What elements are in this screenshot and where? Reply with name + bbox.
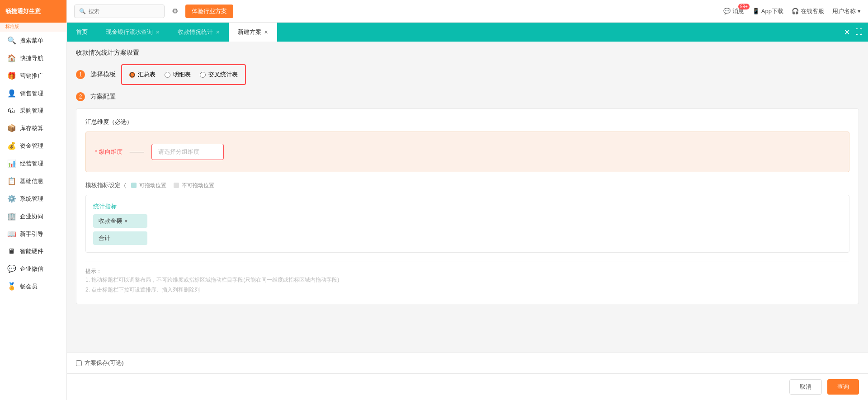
tab-close-icon[interactable]: ✕ — [156, 29, 160, 35]
service-link[interactable]: 🎧 在线客服 — [792, 7, 824, 15]
sidebar-item-label: 基础信息 — [20, 177, 43, 185]
radio-cross-label: 交叉统计表 — [208, 71, 238, 79]
sidebar-item-search[interactable]: 🔍 搜索菜单 — [0, 32, 66, 49]
bottom-section: 方案保存(可选) — [67, 352, 868, 373]
step2-badge: 2 — [76, 92, 85, 101]
download-label: App下载 — [761, 7, 783, 15]
industry-btn[interactable]: 体验行业方案 — [185, 5, 233, 18]
draggable-label: 可拖动位置 — [139, 182, 166, 189]
tab-close-icon[interactable]: ✕ — [264, 29, 268, 35]
metrics-header: 模板指标设定（ 可拖动位置 不可拖动位置 — [85, 181, 849, 189]
radio-summary-input[interactable] — [129, 72, 135, 78]
radio-detail-input[interactable] — [165, 72, 170, 78]
gear-icon: ⚙️ — [7, 194, 15, 203]
metrics-section: 模板指标设定（ 可拖动位置 不可拖动位置 — [85, 181, 849, 253]
arrow-right-icon: —— — [130, 148, 144, 156]
search-icon: 🔍 — [7, 36, 15, 45]
medal-icon: 🏅 — [7, 282, 15, 291]
radio-summary[interactable]: 汇总表 — [129, 71, 156, 79]
vertical-dim-label: * 纵向维度 — [95, 148, 123, 156]
template-radio-group: 汇总表 明细表 交叉统计表 — [129, 71, 238, 79]
notification-link[interactable]: 💬 消息 99+ — [723, 7, 744, 15]
sidebar: 畅捷通好生意 标准版 🔍 搜索菜单 🏠 快捷导航 🎁 营销推广 👤 销售管理 🛍… — [0, 0, 67, 400]
radio-cross-input[interactable] — [200, 72, 206, 78]
tab-home[interactable]: 首页 — [67, 23, 97, 42]
main-area: 🔍 ⚙ 体验行业方案 💬 消息 99+ 📱 App下载 🎧 在线客服 用户名称 … — [67, 0, 868, 400]
sidebar-item-member[interactable]: 🏅 畅会员 — [0, 278, 66, 295]
tab-new-plan[interactable]: 新建方案 ✕ — [229, 23, 277, 42]
maximize-icon[interactable]: ⛶ — [855, 28, 863, 36]
search-input[interactable] — [89, 8, 160, 14]
metric-tag-label: 收款金额 — [99, 217, 122, 225]
metrics-group-label: 统计指标 — [93, 202, 842, 211]
close-window-icon[interactable]: ✕ — [844, 28, 850, 37]
radio-cross[interactable]: 交叉统计表 — [200, 71, 238, 79]
user-info[interactable]: 用户名称 ▾ — [832, 7, 861, 15]
tips-section: 提示： 1. 拖动标题栏可以调整布局，不可跨维度或指标区域拖动栏目字段(只能在同… — [85, 262, 849, 295]
dimension-area: * 纵向维度 —— 请选择分组维度 — [85, 132, 849, 172]
tab-home-label: 首页 — [76, 28, 88, 36]
page-content: 收款情况统计方案设置 1 选择模板 汇总表 明细表 — [67, 42, 868, 352]
building-icon: 🏢 — [7, 212, 15, 221]
sidebar-item-weixin[interactable]: 💬 企业微信 — [0, 260, 66, 278]
sidebar-item-label: 销售管理 — [20, 89, 43, 98]
sidebar-item-capital[interactable]: 💰 资金管理 — [0, 137, 66, 155]
step2-row: 2 方案配置 — [76, 92, 859, 101]
legend-draggable: 可拖动位置 — [131, 182, 166, 189]
sidebar-item-label: 系统管理 — [20, 195, 43, 203]
dropdown-arrow-icon: ▾ — [125, 218, 127, 224]
settings-icon[interactable]: ⚙ — [172, 7, 178, 15]
tips-text-1: 1. 拖动标题栏可以调整布局，不可跨维度或指标区域拖动栏目字段(只能在同一维度或… — [85, 275, 849, 285]
query-button[interactable]: 查询 — [827, 379, 859, 395]
sidebar-item-purchase[interactable]: 🛍 采购管理 — [0, 102, 66, 119]
clipboard-icon: 📋 — [7, 177, 15, 185]
metric-sub-total: 合计 — [93, 231, 147, 245]
metrics-legend: 可拖动位置 不可拖动位置 — [131, 182, 214, 189]
message-icon: 💬 — [723, 8, 731, 14]
sidebar-item-label: 畅会员 — [20, 282, 38, 291]
step1-label: 选择模板 — [90, 71, 116, 79]
sidebar-item-inventory[interactable]: 📦 库存核算 — [0, 119, 66, 137]
sidebar-item-marketing[interactable]: 🎁 营销推广 — [0, 67, 66, 85]
service-label: 在线客服 — [801, 7, 824, 15]
download-link[interactable]: 📱 App下载 — [752, 7, 783, 15]
draggable-dot — [131, 183, 137, 188]
sidebar-item-label: 营销推广 — [20, 72, 43, 80]
dimension-input[interactable]: 请选择分组维度 — [151, 144, 224, 160]
page-title: 收款情况统计方案设置 — [76, 49, 859, 57]
content-area: 收款情况统计方案设置 1 选择模板 汇总表 明细表 — [67, 42, 868, 400]
dimension-placeholder: 请选择分组维度 — [158, 148, 199, 155]
save-checkbox[interactable] — [76, 360, 82, 366]
tab-bank-flow[interactable]: 现金银行流水查询 ✕ — [97, 23, 169, 42]
radio-detail[interactable]: 明细表 — [165, 71, 191, 79]
tips-text-2: 2. 点击标题栏下拉可设置排序、插入列和删除列 — [85, 285, 849, 295]
tab-new-plan-label: 新建方案 — [238, 28, 261, 36]
metric-tags: 收款金额 ▾ 合计 — [93, 214, 147, 245]
sidebar-item-sales[interactable]: 👤 销售管理 — [0, 85, 66, 102]
non-draggable-label: 不可拖动位置 — [182, 182, 214, 189]
sidebar-item-quick-nav[interactable]: 🏠 快捷导航 — [0, 49, 66, 67]
sidebar-item-hardware[interactable]: 🖥 智能硬件 — [0, 243, 66, 260]
save-checkbox-label[interactable]: 方案保存(可选) — [76, 359, 124, 367]
sidebar-item-corp[interactable]: 🏢 企业协同 — [0, 207, 66, 225]
metric-tag-amount[interactable]: 收款金额 ▾ — [93, 214, 147, 228]
save-label: 方案保存(可选) — [85, 359, 124, 367]
sidebar-item-guide[interactable]: 📖 新手引导 — [0, 225, 66, 243]
cancel-button[interactable]: 取消 — [789, 379, 822, 395]
box-icon: 📦 — [7, 124, 15, 132]
sidebar-item-base[interactable]: 📋 基础信息 — [0, 172, 66, 190]
sidebar-item-label: 新手引导 — [20, 230, 43, 238]
sidebar-item-operation[interactable]: 📊 经营管理 — [0, 155, 66, 172]
non-draggable-dot — [174, 183, 179, 188]
tab-receipt-stat[interactable]: 收款情况统计 ✕ — [169, 23, 229, 42]
monitor-icon: 🖥 — [7, 247, 15, 255]
search-bar[interactable]: 🔍 — [74, 5, 165, 18]
sidebar-item-system[interactable]: ⚙️ 系统管理 — [0, 190, 66, 207]
chart-icon: 📊 — [7, 159, 15, 168]
app-name: 畅捷通好生意 — [5, 8, 41, 15]
sidebar-item-label: 企业微信 — [20, 265, 43, 273]
search-icon: 🔍 — [79, 8, 86, 14]
tab-close-icon[interactable]: ✕ — [216, 29, 220, 35]
tabbar-controls: ✕ ⛶ — [844, 28, 868, 37]
legend-non-draggable: 不可拖动位置 — [174, 182, 214, 189]
